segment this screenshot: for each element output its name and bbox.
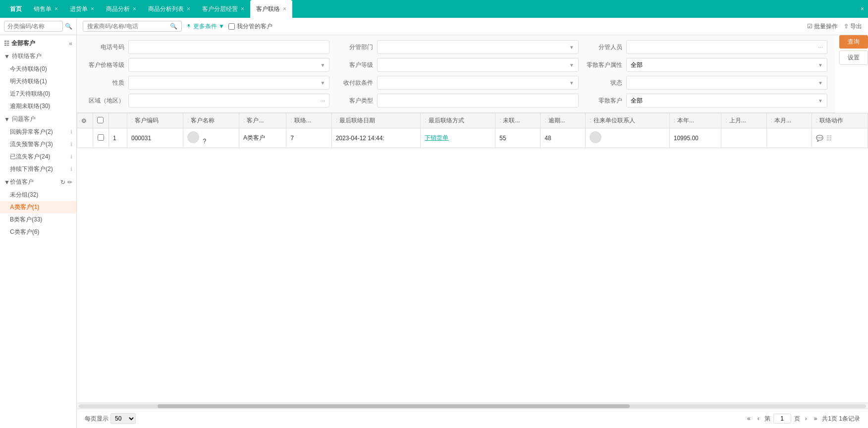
filter-customer-level-select[interactable]: ▼ (377, 58, 578, 72)
my-customers-checkbox[interactable] (228, 23, 235, 30)
filter-retail-customer-select[interactable]: 全部 ▼ (626, 94, 827, 107)
horizontal-scrollbar[interactable] (77, 403, 868, 409)
value-arrow-icon: ▼ (4, 179, 10, 186)
page-number-input[interactable] (773, 414, 791, 424)
nav-tab-customer-tier-close[interactable]: × (241, 5, 244, 12)
sidebar-item-c-class[interactable]: C类客户(6) (0, 226, 76, 238)
nav-tab-customer-tier[interactable]: 客户分层经营 × (196, 0, 250, 18)
churned-label: 已流失客户(24) (10, 153, 50, 161)
export-button[interactable]: ⇧ 导出 (844, 22, 862, 31)
last-contact-method-link[interactable]: 下销货单 (425, 134, 448, 141)
cell-last-contact-date: 2023-04-12 14:44: (331, 128, 421, 148)
repurchase-abnormal-label: 回购异常客户(2) (10, 128, 53, 136)
refresh-icon[interactable]: ↻ (60, 179, 65, 186)
edit-icon[interactable]: ✏ (67, 179, 72, 186)
sidebar: 🔍 ☷ 全部客户 « ▼ 待联络客户 今天待联络(0) 明天待联络(1) 近7天… (0, 18, 77, 428)
col-contact-count[interactable]: :联络... (286, 113, 331, 128)
chat-action-icon[interactable]: 💬 (816, 135, 823, 142)
col-last-contact-date[interactable]: :最后联络日期 (331, 113, 421, 128)
more-filter-button[interactable]: 🖈 更多条件 ▼ (186, 22, 224, 31)
nav-tab-analysis-list-close[interactable]: × (187, 5, 190, 12)
scrollbar-thumb[interactable] (158, 404, 630, 408)
filter-price-level-select[interactable]: ▼ (128, 58, 329, 72)
per-page-select[interactable]: 50 100 200 (110, 413, 136, 424)
grid-action-icon[interactable]: ☷ (826, 135, 832, 142)
col-customer-code[interactable]: :客户编码 (127, 113, 183, 128)
filter-payment-select[interactable]: ▼ (377, 76, 578, 90)
col-contact-action[interactable]: :联络动作 (812, 113, 868, 128)
sidebar-item-7days[interactable]: 近7天待联络(0) (0, 88, 76, 100)
sidebar-search-icon[interactable]: 🔍 (65, 23, 72, 30)
next-page-button[interactable]: › (803, 414, 809, 423)
nav-tab-analysis[interactable]: 商品分析 × (100, 0, 142, 18)
cell-checkbox[interactable] (93, 128, 109, 148)
nav-tab-purchase[interactable]: 进货单 × (64, 0, 100, 18)
filter-retail-attr-select[interactable]: 全部 ▼ (626, 58, 827, 72)
a-class-label: A类客户(1) (10, 203, 39, 212)
sidebar-search-input[interactable] (4, 21, 63, 32)
first-page-button[interactable]: « (745, 414, 753, 423)
problems-section-label: 问题客户 (12, 115, 36, 123)
nav-tab-sales[interactable]: 销售单 × (28, 0, 64, 18)
batch-op-button[interactable]: ☑ 批量操作 (807, 22, 838, 31)
filter-dept: 分管部门 ▼ (333, 40, 578, 54)
sidebar-section-pending[interactable]: ▼ 待联络客户 (0, 50, 76, 63)
filter-phone-input[interactable] (128, 40, 329, 54)
sidebar-section-problems[interactable]: ▼ 问题客户 (0, 112, 76, 126)
row-checkbox[interactable] (98, 134, 104, 141)
sidebar-item-overdue[interactable]: 逾期未联络(30) (0, 100, 76, 112)
filter-status-select[interactable]: ▼ (626, 76, 827, 90)
col-checkbox[interactable] (93, 113, 109, 128)
col-customer-type[interactable]: :客户... (239, 113, 286, 128)
nav-tab-sales-close[interactable]: × (54, 5, 58, 12)
cell-last-contact-method[interactable]: 下销货单 (421, 128, 495, 148)
filter-customer-type-select[interactable] (377, 94, 578, 107)
prev-page-button[interactable]: ‹ (756, 414, 761, 423)
col-last-month[interactable]: :上月... (721, 113, 766, 128)
sidebar-item-churned[interactable]: 已流失客户(24) ℹ (0, 151, 76, 163)
settings-button[interactable]: 设置 (839, 51, 868, 65)
sidebar-section-value[interactable]: ▼ 价值客户 ↻ ✏ (0, 175, 76, 189)
sidebar-item-a-class[interactable]: A类客户(1) (0, 201, 76, 214)
nav-tab-analysis-close[interactable]: × (133, 5, 136, 12)
main-search-input[interactable] (87, 23, 170, 30)
col-last-contact-method[interactable]: :最后联络方式 (421, 113, 495, 128)
close-all-button[interactable]: × (861, 5, 864, 12)
sidebar-collapse-button[interactable]: « (69, 40, 72, 47)
col-overdue[interactable]: :逾期... (541, 113, 586, 128)
filter-nature-select[interactable]: ▼ (128, 76, 329, 90)
nav-tab-purchase-close[interactable]: × (91, 5, 94, 12)
sidebar-item-churn-warning[interactable]: 流失预警客户(3) ℹ (0, 138, 76, 151)
sidebar-item-tomorrow[interactable]: 明天待联络(1) (0, 75, 76, 88)
nav-tab-home[interactable]: 首页 (4, 0, 28, 18)
nav-tab-analysis-list[interactable]: 商品分析列表 × (142, 0, 196, 18)
sidebar-item-b-class[interactable]: B类客户(33) (0, 214, 76, 226)
filter-arrow-icon: ▼ (218, 23, 224, 30)
col-current-year[interactable]: :本年... (669, 113, 721, 128)
col-customer-name[interactable]: :客户名称 (183, 113, 239, 128)
query-button[interactable]: 查询 (839, 35, 868, 49)
select-all-checkbox[interactable] (97, 117, 104, 123)
sidebar-item-today[interactable]: 今天待联络(0) (0, 63, 76, 75)
nav-tab-customer-contact-close[interactable]: × (283, 5, 286, 12)
filter-region-select[interactable]: ··· (128, 94, 329, 107)
col-customer-type-label: 客户... (247, 117, 264, 124)
filter-dept-select[interactable]: ▼ (377, 40, 578, 54)
col-no-contact[interactable]: :未联... (495, 113, 541, 128)
col-settings[interactable]: ⚙ (77, 113, 93, 128)
close-all-icon: × (861, 5, 864, 12)
my-customers-checkbox-group[interactable]: 我分管的客户 (228, 22, 272, 31)
sidebar-item-repurchase-abnormal[interactable]: 回购异常客户(2) ℹ (0, 126, 76, 138)
col-current-month[interactable]: :本月... (766, 113, 812, 128)
filter-manager-select[interactable]: ··· (626, 40, 827, 54)
main-search-icon[interactable]: 🔍 (170, 23, 177, 30)
nav-tab-customer-contact[interactable]: 客户联络 × (250, 0, 292, 18)
sidebar-item-ungrouped[interactable]: 未分组(32) (0, 189, 76, 201)
scrollbar-track[interactable] (79, 404, 866, 408)
last-page-button[interactable]: » (812, 414, 819, 423)
col-last-contact-date-label: 最后联络日期 (339, 117, 375, 124)
sidebar-search-box: 🔍 (0, 18, 76, 35)
col-company-contact[interactable]: :往来单位联系人 (586, 113, 669, 128)
sidebar-item-declining[interactable]: 持续下滑客户(2) ℹ (0, 163, 76, 175)
cell-customer-name[interactable]: ? (183, 128, 239, 148)
